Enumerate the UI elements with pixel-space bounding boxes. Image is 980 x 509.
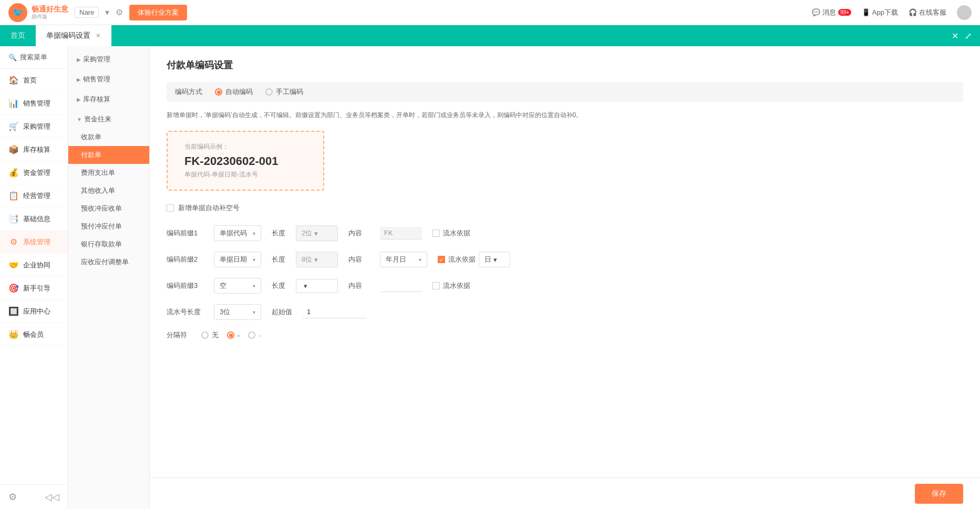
sec-item-receipt[interactable]: 收款单 [68,128,149,146]
online-service-label: 在线客服 [919,8,946,17]
top-header: 🐦 畅通好生意 插件版 Nare ▾ ⚙ 体验行业方案 💬 消息 99+ 📱 A… [0,0,980,25]
logo-area: 🐦 畅通好生意 插件版 [8,3,68,22]
operations-icon: 📋 [8,191,19,201]
app-download-button[interactable]: 📱 App下载 [862,8,898,17]
left-sidebar: 🔍 搜索菜单 🏠 首页 📊 销售管理 🛒 采购管理 📦 库存核算 💰 资金管理 … [0,46,68,509]
manual-code-radio-btn[interactable] [265,88,273,96]
sep-none-radio[interactable]: 无 [201,330,219,340]
start-value-input[interactable] [303,306,366,318]
company-selector[interactable]: Nare [75,7,99,18]
stream3-checkbox[interactable] [432,282,440,289]
coding-method-label: 编码方式 [175,87,202,97]
tab-bar: 首页 单据编码设置 ✕ ✕ ⤢ [0,25,980,46]
sidebar-item-member[interactable]: 👑 畅会员 [0,323,68,346]
tab-close-icon[interactable]: ✕ [96,32,101,39]
content3-input[interactable] [380,279,422,292]
tab-coding-settings[interactable]: 单据编码设置 ✕ [36,25,111,46]
sec-item-other-income[interactable]: 其他收入单 [68,182,149,200]
tab-fullscreen-icon[interactable]: ⤢ [965,31,972,41]
sec-purchase-label: 采购管理 [83,55,110,64]
finance-icon: 💰 [8,168,19,178]
message-label: 消息 [822,8,836,17]
sec-group-capital: ▼ 资金往来 收款单 付款单 费用支出单 其他收入单 预收冲应收单 预付冲应付单… [68,110,149,271]
sec-group-inventory: ▶ 库存核算 [68,90,149,108]
sidebar-search[interactable]: 🔍 搜索菜单 [0,46,68,69]
settings-icon[interactable]: ⚙ [116,7,123,17]
prefix1-select[interactable]: 单据代码 ▾ [214,225,261,241]
content1-input[interactable] [380,227,422,240]
sidebar-item-purchase[interactable]: 🛒 采购管理 [0,115,68,138]
online-service-button[interactable]: 🎧 在线客服 [909,8,946,17]
bottom-bar: 保存 [150,477,980,509]
sidebar-collapse-icon[interactable]: ◁◁ [45,491,59,503]
enterprise-icon: 🤝 [8,260,19,270]
tab-home[interactable]: 首页 [0,25,36,46]
auto-code-radio[interactable]: 自动编码 [215,87,253,97]
stream1-checkbox[interactable] [432,230,440,237]
sidebar-gear-icon[interactable]: ⚙ [8,491,17,503]
sidebar-item-enterprise[interactable]: 🤝 企业协同 [0,254,68,277]
sec-group-inventory-header[interactable]: ▶ 库存核算 [68,90,149,108]
sec-item-bank[interactable]: 银行存取款单 [68,235,149,253]
prefix3-select[interactable]: 空 ▾ [214,278,261,294]
sec-group-purchase-header[interactable]: ▶ 采购管理 [68,50,149,68]
sep-dash-radio[interactable]: · [248,331,261,339]
stream2-checkbox[interactable] [438,256,445,263]
prefix2-select[interactable]: 单据日期 ▾ [214,252,261,267]
industry-button[interactable]: 体验行业方案 [129,5,187,20]
guide-icon: 🎯 [8,283,19,293]
preview-subtitle: 单据代码-单据日期-流水号 [184,170,306,179]
sidebar-item-sales[interactable]: 📊 销售管理 [0,92,68,115]
serial-length-select[interactable]: 3位 ▾ [214,304,261,320]
message-button[interactable]: 💬 消息 99+ [812,8,851,17]
sidebar-item-operations[interactable]: 📋 经营管理 [0,184,68,207]
auto-code-radio-btn[interactable] [215,88,222,96]
stream2-label: 流水依据 [448,255,476,264]
prefix3-chevron-icon: ▾ [253,283,255,289]
tab-home-label: 首页 [11,31,25,40]
sidebar-item-apps[interactable]: 🔲 应用中心 [0,300,68,323]
sidebar-item-inventory[interactable]: 📦 库存核算 [0,138,68,161]
sep-dot-label: - [238,331,240,339]
stream2-period-select[interactable]: 日 ▾ [479,252,510,267]
content2-select[interactable]: 年月日 ▾ [380,252,427,267]
tab-bar-actions: ✕ ⤢ [952,25,980,46]
sidebar-enterprise-label: 企业协同 [23,261,50,270]
sep-dash-label: · [259,331,261,339]
auto-fill-checkbox[interactable] [167,204,174,212]
sep-none-radio-btn[interactable] [201,331,209,339]
sep-dot-radio[interactable]: - [227,331,240,339]
manual-code-radio[interactable]: 手工编码 [265,87,303,97]
sec-item-pre-payment[interactable]: 预付冲应付单 [68,217,149,235]
prefix2-chevron-icon: ▾ [253,257,255,263]
sidebar-item-system[interactable]: ⚙ 系统管理 [0,231,68,254]
tab-expand-icon[interactable]: ✕ [952,31,958,41]
save-button[interactable]: 保存 [915,484,963,504]
content1-label: 内容 [348,228,369,238]
sidebar-item-guide[interactable]: 🎯 新手引导 [0,277,68,300]
company-chevron-icon[interactable]: ▾ [105,7,109,17]
sec-group-sales: ▶ 销售管理 [68,70,149,88]
sec-sales-label: 销售管理 [83,75,110,84]
sec-item-adjust[interactable]: 应收应付调整单 [68,253,149,271]
sep-dot-radio-btn[interactable] [227,331,234,339]
sidebar-item-finance[interactable]: 💰 资金管理 [0,161,68,184]
sidebar-item-basic[interactable]: 📑 基础信息 [0,207,68,231]
sidebar-item-home[interactable]: 🏠 首页 [0,69,68,92]
message-icon: 💬 [812,8,820,16]
sec-group-capital-header[interactable]: ▼ 资金往来 [68,110,149,128]
sec-item-expense[interactable]: 费用支出单 [68,164,149,182]
header-left: 🐦 畅通好生意 插件版 Nare ▾ ⚙ 体验行业方案 [8,3,187,22]
serial-length-value: 3位 [220,307,230,317]
sec-group-sales-header[interactable]: ▶ 销售管理 [68,70,149,88]
user-avatar[interactable] [957,5,972,20]
stream1-label: 流水依据 [443,228,470,238]
length3-value[interactable]: ▾ [296,279,338,293]
sec-item-pre-receipt[interactable]: 预收冲应收单 [68,200,149,217]
serial-row: 流水号长度 3位 ▾ 起始值 [167,304,963,320]
logo-subtitle: 插件版 [32,14,68,20]
sec-item-payment[interactable]: 付款单 [68,146,149,164]
sep-dash-radio-btn[interactable] [248,331,255,339]
content2-label: 内容 [348,255,369,264]
length2-label: 长度 [272,255,285,264]
